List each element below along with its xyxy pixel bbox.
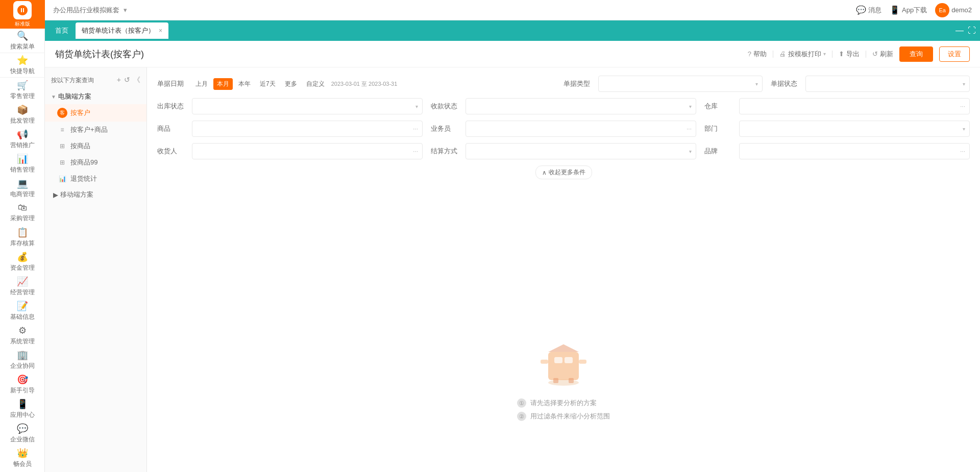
return-stat-label: 退货统计 bbox=[70, 174, 97, 183]
page-title: 销货单统计表(按客户) bbox=[55, 48, 144, 60]
tip-num-1: ① bbox=[517, 398, 526, 408]
sidebar: 标准版 🔍 搜索菜单 ⭐ 快捷导航 🛒 零售管理 📦 批发管理 📢 营销推广 📊… bbox=[0, 0, 45, 472]
plan-group-mobile-header[interactable]: ▶ 移动端方案 bbox=[45, 187, 146, 202]
date-tab-last7[interactable]: 近7天 bbox=[256, 78, 279, 90]
sidebar-item-member[interactable]: 👑 畅会员 bbox=[0, 445, 45, 470]
tip-num-2: ② bbox=[517, 412, 526, 421]
out-status-label: 出库状态 bbox=[157, 102, 188, 111]
settlement-input[interactable]: ▾ bbox=[465, 143, 696, 159]
add-plan-icon[interactable]: + bbox=[117, 76, 121, 85]
sidebar-item-purchase[interactable]: 🛍 采购管理 bbox=[0, 200, 45, 225]
tab-maximize-btn[interactable]: ⛶ bbox=[968, 26, 976, 35]
refresh-btn[interactable]: ↺ 刷新 bbox=[872, 50, 893, 59]
setting-button[interactable]: 设置 bbox=[939, 46, 970, 62]
doc-type-input[interactable]: ▾ bbox=[598, 76, 763, 92]
by-product-label: 按商品 bbox=[70, 141, 90, 151]
message-btn[interactable]: 💬 消息 bbox=[856, 5, 881, 15]
plan-item-by-product-99[interactable]: ⊞ 按商品99 bbox=[45, 154, 146, 171]
collapse-btn[interactable]: ∧ 收起更多条件 bbox=[535, 166, 592, 179]
filter-warehouse: 仓库 ··· bbox=[704, 98, 970, 114]
by-product-icon: ⊞ bbox=[57, 143, 67, 150]
message-icon: 💬 bbox=[856, 5, 866, 15]
sidebar-item-sales[interactable]: 📊 销售管理 bbox=[0, 151, 45, 176]
finance-label: 资金管理 bbox=[10, 264, 35, 272]
app-download-btn[interactable]: 📱 App下载 bbox=[890, 5, 927, 15]
recipient-more-icon: ··· bbox=[413, 148, 418, 155]
finance-icon: 💰 bbox=[17, 251, 28, 263]
warehouse-input[interactable]: ··· bbox=[739, 98, 970, 114]
sidebar-item-ecommerce[interactable]: 💻 电商管理 bbox=[0, 176, 45, 200]
page-content: 销货单统计表(按客户) ? 帮助 🖨 按模板打印 ▾ ⬆ 导出 bbox=[45, 41, 980, 472]
brand-label: 品牌 bbox=[704, 147, 735, 156]
quick-nav-label: 快捷导航 bbox=[10, 67, 35, 76]
sidebar-item-inventory[interactable]: 📋 库存核算 bbox=[0, 225, 45, 249]
tip-2-text: 用过滤条件来缩小分析范围 bbox=[530, 412, 610, 421]
breadcrumb-dropdown-icon[interactable]: ▾ bbox=[124, 6, 127, 14]
operations-icon: 📈 bbox=[17, 276, 28, 287]
filter-settlement: 结算方式 ▾ bbox=[431, 143, 696, 159]
print-btn[interactable]: 🖨 按模板打印 ▾ bbox=[779, 50, 826, 59]
collapse-panel-icon[interactable]: 《 bbox=[133, 76, 140, 85]
sidebar-item-enterprise[interactable]: 🏢 企业协同 bbox=[0, 347, 45, 372]
out-status-input[interactable]: ▾ bbox=[192, 98, 423, 114]
sidebar-item-system[interactable]: ⚙ 系统管理 bbox=[0, 323, 45, 347]
username-label: demo2 bbox=[951, 6, 972, 14]
sidebar-item-basic[interactable]: 📝 基础信息 bbox=[0, 298, 45, 323]
date-tab-this-month[interactable]: 本月 bbox=[213, 78, 233, 90]
date-tabs: 上月 本月 本年 近7天 更多 自定义 bbox=[192, 78, 328, 90]
enterprise-label: 企业协同 bbox=[10, 362, 35, 370]
doc-type-dropdown-icon: ▾ bbox=[755, 81, 758, 87]
export-btn[interactable]: ⬆ 导出 bbox=[839, 50, 860, 59]
date-tab-custom[interactable]: 自定义 bbox=[303, 78, 328, 90]
product-more-icon: ··· bbox=[413, 125, 418, 132]
newbie-icon: 🎯 bbox=[17, 374, 28, 385]
sidebar-item-newbie[interactable]: 🎯 新手引导 bbox=[0, 372, 45, 396]
help-btn[interactable]: ? 帮助 bbox=[748, 50, 767, 59]
brand-input[interactable]: ··· bbox=[739, 143, 970, 159]
plan-item-by-product[interactable]: ⊞ 按商品 bbox=[45, 138, 146, 154]
collapse-row: ∧ 收起更多条件 bbox=[157, 166, 970, 179]
tab-close-icon[interactable]: × bbox=[159, 27, 162, 34]
salesperson-more-icon: ··· bbox=[687, 125, 692, 132]
export-label: 导出 bbox=[846, 50, 860, 59]
filter-doc-status: 单据状态 ▾ bbox=[771, 76, 970, 92]
filter-doc-type: 单据类型 ▾ bbox=[564, 76, 763, 92]
doc-status-input[interactable]: ▾ bbox=[805, 76, 970, 92]
refresh-plan-icon[interactable]: ↺ bbox=[124, 76, 130, 85]
salesperson-input[interactable]: ··· bbox=[465, 121, 696, 137]
return-stat-icon: 📊 bbox=[57, 175, 67, 182]
date-tab-more[interactable]: 更多 bbox=[281, 78, 301, 90]
sidebar-item-finance[interactable]: 💰 资金管理 bbox=[0, 249, 45, 274]
sidebar-item-quick-nav[interactable]: ⭐ 快捷导航 bbox=[0, 53, 45, 78]
pay-status-input[interactable]: ▾ bbox=[465, 98, 696, 114]
mobile-group-arrow: ▶ bbox=[53, 191, 58, 199]
purchase-label: 采购管理 bbox=[10, 214, 35, 223]
svg-rect-8 bbox=[569, 378, 574, 383]
plan-group-desktop-header[interactable]: ▼ 电脑端方案 bbox=[45, 89, 146, 104]
product-input[interactable]: ··· bbox=[192, 121, 423, 137]
sidebar-item-wholesale[interactable]: 📦 批发管理 bbox=[0, 102, 45, 127]
plan-item-return-stat[interactable]: 📊 退货统计 bbox=[45, 171, 146, 187]
query-button[interactable]: 查询 bbox=[899, 46, 933, 62]
date-tab-this-year[interactable]: 本年 bbox=[235, 78, 254, 90]
user-area[interactable]: Ea demo2 bbox=[935, 3, 972, 17]
tab-minimize-btn[interactable]: — bbox=[955, 26, 964, 35]
recipient-input[interactable]: ··· bbox=[192, 143, 423, 159]
print-dropdown-icon: ▾ bbox=[823, 51, 826, 57]
sidebar-item-marketing[interactable]: 📢 营销推广 bbox=[0, 127, 45, 151]
sidebar-item-retail[interactable]: 🛒 零售管理 bbox=[0, 78, 45, 102]
tab-home[interactable]: 首页 bbox=[49, 22, 75, 39]
sidebar-item-operations[interactable]: 📈 经营管理 bbox=[0, 274, 45, 298]
sidebar-item-enterprise-wechat[interactable]: 💬 企业微信 bbox=[0, 421, 45, 445]
member-label: 畅会员 bbox=[13, 460, 32, 468]
tab-sales-stat[interactable]: 销货单统计表（按客户） × bbox=[76, 22, 168, 39]
filter-row-3: 商品 ··· 业务员 ··· bbox=[157, 121, 970, 137]
header-right: 💬 消息 📱 App下载 Ea demo2 bbox=[856, 3, 972, 17]
plan-item-by-customer-product[interactable]: ≡ 按客户+商品 bbox=[45, 122, 146, 138]
date-tab-last-month[interactable]: 上月 bbox=[192, 78, 211, 90]
plan-item-by-customer[interactable]: 客 按客户 bbox=[45, 104, 146, 122]
mobile-group-label: 移动端方案 bbox=[60, 190, 93, 199]
sidebar-item-search-menu[interactable]: 🔍 搜索菜单 bbox=[0, 29, 45, 53]
department-input[interactable]: ▾ bbox=[739, 121, 970, 137]
sidebar-item-app-center[interactable]: 📱 应用中心 bbox=[0, 396, 45, 421]
